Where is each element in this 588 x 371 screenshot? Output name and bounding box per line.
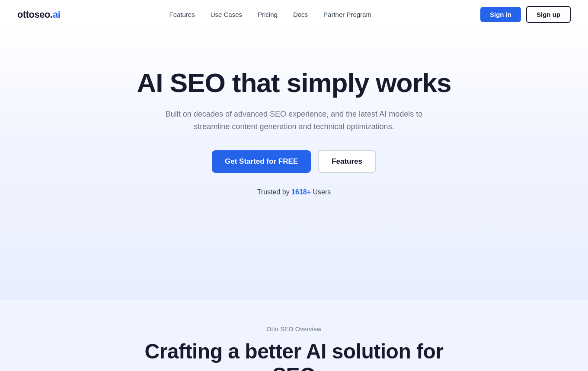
nav-item-use-cases[interactable]: Use Cases bbox=[211, 11, 242, 18]
navbar: ottoseo.ai Features Use Cases Pricing Do… bbox=[0, 0, 588, 29]
hero-visual bbox=[0, 222, 588, 300]
hero-subtitle: Built on decades of advanced SEO experie… bbox=[164, 108, 424, 133]
logo-text: ottoseo bbox=[17, 9, 50, 20]
nav-actions: Sign in Sign up bbox=[480, 6, 571, 23]
features-button[interactable]: Features bbox=[318, 150, 376, 173]
hero-section: AI SEO that simply works Built on decade… bbox=[0, 29, 588, 222]
get-started-button[interactable]: Get Started for FREE bbox=[212, 150, 311, 173]
trusted-count: 1618+ bbox=[291, 188, 311, 196]
overview-section: Otto SEO Overview Crafting a better AI s… bbox=[0, 300, 588, 371]
signin-button[interactable]: Sign in bbox=[480, 7, 521, 22]
hero-title: AI SEO that simply works bbox=[137, 68, 451, 98]
nav-item-partner-program[interactable]: Partner Program bbox=[323, 11, 371, 18]
signup-button[interactable]: Sign up bbox=[526, 6, 571, 23]
logo[interactable]: ottoseo.ai bbox=[17, 9, 60, 20]
logo-ai: ai bbox=[53, 9, 60, 20]
nav-item-pricing[interactable]: Pricing bbox=[258, 11, 278, 18]
hero-buttons: Get Started for FREE Features bbox=[212, 150, 376, 173]
trusted-suffix: Users bbox=[311, 188, 331, 196]
overview-label: Otto SEO Overview bbox=[267, 326, 322, 333]
trusted-text: Trusted by 1618+ Users bbox=[257, 188, 331, 196]
overview-title: Crafting a better AI solution for SEO bbox=[130, 339, 458, 371]
nav-item-features[interactable]: Features bbox=[169, 11, 195, 18]
trusted-prefix: Trusted by bbox=[257, 188, 291, 196]
nav-links: Features Use Cases Pricing Docs Partner … bbox=[169, 11, 371, 19]
nav-item-docs[interactable]: Docs bbox=[293, 11, 308, 18]
